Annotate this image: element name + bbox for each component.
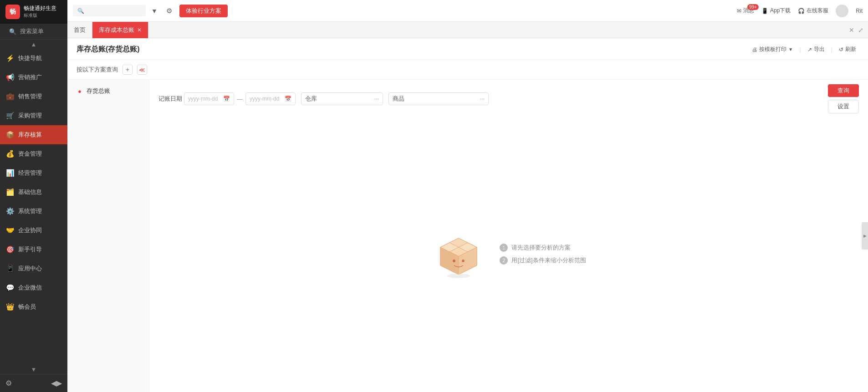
svg-point-8	[447, 274, 470, 278]
settings-filter-btn[interactable]: 设置	[828, 100, 859, 113]
sidebar-item-label: 基础信息	[18, 188, 42, 196]
sidebar-item-apps[interactable]: 📱 应用中心	[0, 259, 67, 278]
right-panel-chevron: ▶	[863, 234, 867, 238]
calendar-end-icon: 📅	[285, 96, 291, 102]
tab-close-btn[interactable]: ✕	[137, 27, 142, 33]
refresh-btn[interactable]: ↺ 刷新	[836, 44, 859, 55]
date-end-input[interactable]: yyyy-mm-dd 📅	[245, 92, 296, 105]
sidebar-item-finance[interactable]: 💰 资金管理	[0, 144, 67, 163]
tip-text-2: 用[过滤]条件来缩小分析范围	[511, 256, 586, 265]
sidebar-item-inventory[interactable]: 📦 库存核算	[0, 125, 67, 144]
sidebar-item-label: 库存核算	[18, 131, 42, 139]
date-start-placeholder: yyyy-mm-dd	[188, 96, 218, 102]
message-btn[interactable]: ✉ 消息 99+	[737, 7, 754, 15]
page-title: 库存总账(存货总账)	[77, 45, 140, 54]
quick-nav-icon: ⚡	[5, 54, 15, 63]
scheme-panel: ● 存货总账	[67, 80, 149, 392]
date-label: 记账日期	[158, 95, 182, 103]
sidebar-item-quick-nav[interactable]: ⚡ 快捷导航	[0, 49, 67, 68]
sidebar-item-marketing[interactable]: 📢 营销推广	[0, 68, 67, 87]
online-support-btn[interactable]: 🎧 在线客服	[798, 7, 828, 15]
username-label: Rit	[856, 8, 863, 14]
filter-area: 按以下方案查询 ＋ ≪	[67, 60, 868, 80]
right-panel-close-btn[interactable]: ▶	[862, 222, 868, 249]
filter-collapse-btn[interactable]: ≪	[137, 65, 147, 75]
sidebar-nav: ⚡ 快捷导航 📢 营销推广 💼 销售管理 🛒 采购管理 📦 库存核算 💰 资金管…	[0, 49, 67, 365]
collapse-sidebar-icon[interactable]: ◀▶	[51, 379, 62, 387]
sidebar-scroll-up[interactable]: ▲	[0, 40, 67, 49]
sidebar-item-purchase[interactable]: 🛒 采购管理	[0, 106, 67, 125]
phone-icon: 📱	[761, 8, 768, 14]
export-btn[interactable]: ↗ 导出	[805, 44, 827, 55]
sidebar-item-basic[interactable]: 🗂️ 基础信息	[0, 183, 67, 202]
header-search-bar[interactable]: 🔍	[73, 5, 146, 16]
main-area: 🔍 ▼ ⚙ 体验行业方案 ✉ 消息 99+ 📱 App下载 🎧 在线客服 Rit	[67, 0, 868, 392]
sidebar-item-label: 采购管理	[18, 112, 42, 120]
warehouse-select[interactable]: 仓库 ···	[301, 92, 383, 105]
sidebar-item-system[interactable]: ⚙️ 系统管理	[0, 202, 67, 221]
warehouse-more-icon: ···	[374, 96, 379, 102]
empty-illustration	[431, 227, 486, 281]
search-menu-item[interactable]: 🔍 搜索菜单	[0, 24, 67, 40]
sidebar-item-guide[interactable]: 🎯 新手引导	[0, 240, 67, 259]
tab-home[interactable]: 首页	[67, 22, 92, 38]
sidebar-item-enterprise[interactable]: 🤝 企业协同	[0, 221, 67, 240]
headset-icon: 🎧	[798, 8, 805, 14]
operations-icon: 📊	[5, 168, 15, 178]
wechat-icon: 💬	[5, 283, 15, 292]
query-btn[interactable]: 查询	[828, 84, 859, 97]
scheme-option-inventory[interactable]: ● 存货总账	[72, 84, 144, 98]
svg-point-6	[453, 260, 455, 262]
tab-right-expand-icon[interactable]: ⤢	[858, 26, 863, 34]
filter-label: 按以下方案查询	[77, 66, 118, 74]
calendar-start-icon: 📅	[223, 96, 230, 102]
print-btn[interactable]: 🖨 按模板打印 ▼	[749, 44, 796, 55]
search-bar-text	[87, 7, 109, 15]
refresh-icon: ↺	[839, 46, 843, 53]
sidebar-item-label: 企业协同	[18, 226, 42, 234]
search-icon: 🔍	[9, 28, 16, 35]
right-content: 记账日期 yyyy-mm-dd 📅 — yyyy-mm-dd 📅	[149, 80, 868, 392]
filter-row: 记账日期 yyyy-mm-dd 📅 — yyyy-mm-dd 📅	[149, 80, 868, 116]
filter-add-btn[interactable]: ＋	[123, 65, 133, 75]
date-start-input[interactable]: yyyy-mm-dd 📅	[184, 92, 234, 105]
tip-text-1: 请先选择要分析的方案	[511, 244, 571, 252]
product-select[interactable]: 商品 ···	[388, 92, 489, 105]
sidebar-bottom: ⚙ ◀▶	[0, 374, 67, 392]
sales-icon: 💼	[5, 92, 15, 101]
date-end-placeholder: yyyy-mm-dd	[250, 96, 279, 102]
tab-right-close-icon[interactable]: ✕	[849, 26, 854, 34]
sidebar-item-operations[interactable]: 📊 经营管理	[0, 163, 67, 183]
basic-icon: 🗂️	[5, 188, 15, 197]
sidebar-scroll-down[interactable]: ▼	[0, 365, 67, 374]
apps-icon: 📱	[5, 264, 15, 273]
sidebar-item-sales[interactable]: 💼 销售管理	[0, 87, 67, 106]
app-name-block: 畅捷通好生意 标准版	[24, 5, 56, 19]
tab-inventory-ledger[interactable]: 库存成本总账 ✕	[92, 22, 148, 38]
search-menu-label: 搜索菜单	[20, 27, 44, 36]
system-icon: ⚙️	[5, 207, 15, 216]
sidebar-item-label: 新手引导	[18, 245, 42, 254]
sidebar-item-label: 应用中心	[18, 265, 42, 273]
product-label: 商品	[393, 95, 404, 103]
top-header: 🔍 ▼ ⚙ 体验行业方案 ✉ 消息 99+ 📱 App下载 🎧 在线客服 Rit	[67, 0, 868, 22]
sidebar: 畅 畅捷通好生意 标准版 🔍 搜索菜单 ▲ ⚡ 快捷导航 📢 营销推广 💼 销售…	[0, 0, 67, 392]
print-dropdown-icon: ▼	[788, 47, 793, 52]
app-download-btn[interactable]: 📱 App下载	[761, 7, 791, 15]
page-header: 库存总账(存货总账) 🖨 按模板打印 ▼ | ↗ 导出 | ↺ 刷新	[67, 38, 868, 60]
sidebar-item-wechat[interactable]: 💬 企业微信	[0, 278, 67, 297]
header-right: ✉ 消息 99+ 📱 App下载 🎧 在线客服 Rit	[737, 5, 863, 17]
tab-bar: 首页 库存成本总账 ✕ ✕ ⤢	[67, 22, 868, 38]
sidebar-item-member[interactable]: 👑 畅会员	[0, 297, 67, 316]
purchase-icon: 🛒	[5, 111, 15, 120]
guide-icon: 🎯	[5, 245, 15, 254]
header-settings-btn[interactable]: ⚙	[163, 5, 176, 17]
industry-btn[interactable]: 体验行业方案	[179, 5, 228, 17]
sidebar-item-label: 营销推广	[18, 73, 42, 81]
header-dropdown-btn[interactable]: ▼	[149, 5, 159, 16]
date-separator: —	[237, 96, 243, 102]
filter-actions: 查询 设置	[828, 84, 859, 113]
settings-bottom-icon[interactable]: ⚙	[5, 379, 12, 387]
member-icon: 👑	[5, 302, 15, 311]
product-more-icon: ···	[480, 96, 485, 102]
